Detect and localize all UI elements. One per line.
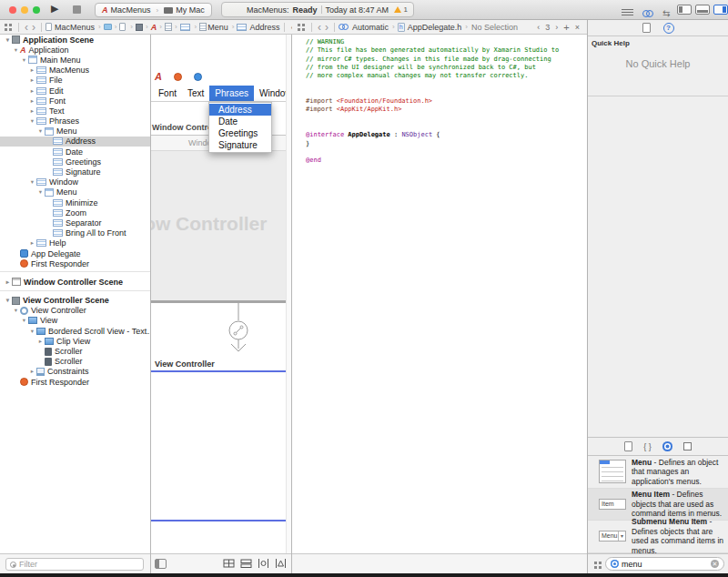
code-editor[interactable]: // WARNING// This file has been generate… xyxy=(292,35,587,553)
disclosure-down-icon[interactable]: ▾ xyxy=(4,297,12,304)
update-frames-icon[interactable] xyxy=(223,558,235,569)
clear-search-icon[interactable]: ✕ xyxy=(711,560,719,568)
navigator-divider[interactable] xyxy=(150,35,151,573)
interface-jump-bar[interactable]: ‹›MacMenus››››A›››Menu›Address‹› xyxy=(0,20,292,35)
outline-row-bordered-scroll-view-text-[interactable]: ▾Bordered Scroll View - Text… xyxy=(0,326,150,336)
quick-help-icon[interactable]: ? xyxy=(663,23,674,34)
close-editor-button[interactable]: × xyxy=(575,23,580,32)
disclosure-down-icon[interactable]: ▾ xyxy=(12,46,20,54)
outline-row-help[interactable]: ▸Help xyxy=(0,238,150,248)
segue-arrow[interactable] xyxy=(222,303,255,359)
assistant-editor-icon[interactable] xyxy=(642,5,653,21)
outline-row-greetings[interactable]: Greetings xyxy=(0,157,150,167)
disclosure-right-icon[interactable]: ▸ xyxy=(4,278,12,286)
outline-row-bring-all-to-front[interactable]: Bring All to Front xyxy=(0,228,150,238)
disclosure-down-icon[interactable]: ▾ xyxy=(20,56,28,64)
outline-row-view-controller[interactable]: ▾View Controller xyxy=(0,306,150,316)
breadcrumb-item[interactable]: Address xyxy=(249,23,279,32)
menu-item-address[interactable]: Address xyxy=(209,104,271,116)
disclosure-right-icon[interactable]: ▸ xyxy=(28,76,36,84)
embed-stack-icon[interactable] xyxy=(240,558,252,569)
menubar-item-font[interactable]: Font xyxy=(153,86,182,101)
outline-toggle-icon[interactable] xyxy=(155,559,167,569)
menu-item-signature[interactable]: Signature xyxy=(209,139,271,151)
outline-row-edit[interactable]: ▸Edit xyxy=(0,86,150,96)
outline-row-minimize[interactable]: Minimize xyxy=(0,197,150,208)
run-button[interactable]: ▶ xyxy=(51,3,58,15)
nav-chevron[interactable]: ‹ xyxy=(25,23,28,32)
scheme-selector[interactable]: A MacMenus › My Mac xyxy=(95,3,212,17)
disclosure-down-icon[interactable]: ▾ xyxy=(28,328,36,335)
breadcrumb-item[interactable]: AppDelegate.h xyxy=(408,23,462,32)
outline-row-macmenus[interactable]: ▸MacMenus xyxy=(0,66,150,76)
outline-row-font[interactable]: ▸Font xyxy=(0,96,150,106)
filter-input[interactable]: Filter xyxy=(5,558,144,571)
outline-row-address[interactable]: Address xyxy=(0,137,150,147)
outline-row-main-menu[interactable]: ▾Main Menu xyxy=(0,55,150,65)
disclosure-right-icon[interactable]: ▸ xyxy=(28,239,36,247)
library-search-input[interactable]: menu ✕ xyxy=(605,557,724,571)
outline-row-application[interactable]: ▾AApplication xyxy=(0,45,150,55)
outline-row-window[interactable]: ▾Window xyxy=(0,177,150,187)
outline-row-constraints[interactable]: ▸Constraints xyxy=(0,367,150,377)
disclosure-right-icon[interactable]: ▸ xyxy=(36,338,45,345)
menu-item-greetings[interactable]: Greetings xyxy=(209,127,271,139)
outline-row-date[interactable]: Date xyxy=(0,147,150,157)
resolve-autolayout-icon[interactable] xyxy=(275,558,287,569)
standard-editor-icon[interactable] xyxy=(622,9,633,17)
media-library-icon[interactable] xyxy=(683,442,692,450)
debug-area-toggle-icon[interactable] xyxy=(695,5,710,15)
app-delegate-icon[interactable] xyxy=(194,73,202,81)
library-item-menu[interactable]: Menu - Defines an object that manages an… xyxy=(588,456,728,489)
library-item-submenu-menu-item[interactable]: Menu▾Submenu Menu Item - Defines objects… xyxy=(588,521,728,553)
outline-row-separator[interactable]: Separator xyxy=(0,218,150,228)
prev-counterpart-button[interactable]: ‹ xyxy=(537,23,540,32)
disclosure-down-icon[interactable]: ▾ xyxy=(12,307,20,314)
disclosure-down-icon[interactable]: ▾ xyxy=(28,117,36,125)
nav-chevron[interactable]: ‹ xyxy=(318,23,321,32)
nav-chevron[interactable]: › xyxy=(32,23,35,32)
disclosure-down-icon[interactable]: ▾ xyxy=(28,178,36,186)
close-window-button[interactable] xyxy=(9,6,16,14)
navigator-toggle-icon[interactable] xyxy=(677,5,692,15)
outline-row-application-scene[interactable]: ▾Application Scene xyxy=(0,35,150,45)
next-counterpart-button[interactable]: › xyxy=(555,23,558,32)
disclosure-right-icon[interactable]: ▸ xyxy=(28,368,36,375)
disclosure-right-icon[interactable]: ▸ xyxy=(28,87,36,95)
menubar-item-phrases[interactable]: Phrases xyxy=(209,86,254,101)
outline-row-signature[interactable]: Signature xyxy=(0,167,150,177)
disclosure-right-icon[interactable]: ▸ xyxy=(28,66,36,74)
align-icon[interactable] xyxy=(258,558,269,569)
outline-row-file[interactable]: ▸File xyxy=(0,76,150,86)
version-editor-icon[interactable]: ⇆ xyxy=(662,9,670,17)
disclosure-down-icon[interactable]: ▾ xyxy=(4,36,12,44)
menu-item-date[interactable]: Date xyxy=(209,116,271,127)
related-items-icon[interactable] xyxy=(298,24,300,26)
disclosure-right-icon[interactable]: ▸ xyxy=(28,97,36,105)
related-items-icon[interactable] xyxy=(5,24,7,26)
code-snippet-library-icon[interactable]: { } xyxy=(643,442,652,451)
outline-row-menu[interactable]: ▾Menu xyxy=(0,127,150,137)
add-editor-button[interactable]: + xyxy=(563,22,569,33)
outline-row-first-responder[interactable]: First Responder xyxy=(0,377,150,387)
file-inspector-icon[interactable] xyxy=(642,23,651,33)
object-library-icon[interactable] xyxy=(662,441,672,451)
breadcrumb-item[interactable]: Automatic xyxy=(352,23,389,32)
outline-row-menu[interactable]: ▾Menu xyxy=(0,187,150,197)
outline-row-text[interactable]: ▸Text xyxy=(0,106,150,116)
code-jump-bar[interactable]: ‹›Automatic›hAppDelegate.h›No Selection … xyxy=(292,20,587,35)
library-item-menu-item[interactable]: ItemMenu Item - Defines objects that are… xyxy=(588,489,728,521)
zoom-window-button[interactable] xyxy=(33,6,40,14)
nav-chevron[interactable]: › xyxy=(325,23,329,32)
warning-badge[interactable]: 1 xyxy=(393,5,408,14)
library-grid-view-icon[interactable] xyxy=(594,562,597,564)
outline-row-view[interactable]: ▾View xyxy=(0,316,150,326)
outline-row-phrases[interactable]: ▾Phrases xyxy=(0,116,150,127)
stop-button[interactable] xyxy=(73,5,81,14)
first-responder-icon[interactable] xyxy=(174,73,182,81)
outline-row-window-controller-scene[interactable]: ▸Window Controller Scene xyxy=(0,277,150,287)
disclosure-right-icon[interactable]: ▸ xyxy=(28,107,36,115)
breadcrumb-item[interactable]: No Selection xyxy=(471,23,518,32)
view-controller-label[interactable]: View Controller xyxy=(155,359,215,369)
application-icon[interactable]: A xyxy=(155,71,162,82)
